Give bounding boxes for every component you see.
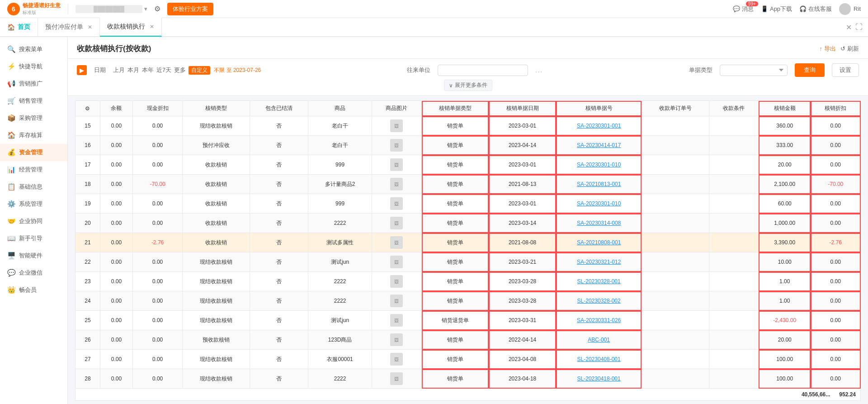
tab-prepay-close[interactable]: ✕ [88, 24, 92, 30]
filter-expand-arrow[interactable]: ▶ [77, 65, 87, 75]
user-name: Rit [854, 5, 861, 12]
avatar [839, 3, 851, 15]
receipt-type-select[interactable] [720, 65, 788, 76]
cell-invoice-no[interactable]: SL-20230408-001 [556, 350, 642, 369]
refresh-btn[interactable]: ↺ 刷新 [840, 45, 859, 53]
cell-invoice-no[interactable]: SL-20230418-001 [556, 369, 642, 389]
cell-writeoff-discount: 0.00 [811, 350, 860, 369]
cell-writeoff-type: 收款核销 [183, 233, 250, 252]
sidebar-label-marketing: 营销推广 [19, 80, 42, 88]
cell-invoice-no[interactable]: SL-20230328-001 [556, 272, 642, 291]
date-opt-more[interactable]: 更多 [174, 66, 186, 74]
cell-include-closed: 否 [250, 330, 308, 350]
settings-icon[interactable]: ⚙ [151, 3, 164, 15]
sidebar-item-inventory[interactable]: 🏠 库存核算 [0, 127, 67, 144]
cell-invoice-no[interactable]: SA-20230301-010 [556, 155, 642, 175]
cell-invoice-no[interactable]: SA-20230314-008 [556, 214, 642, 233]
table-row: 20 0.00 0.00 收款核销 否 2222 🖼 销货单 2023-03-1… [75, 214, 861, 233]
sidebar-item-guide[interactable]: 📖 新手引导 [0, 230, 67, 247]
app-download-btn[interactable]: 📱 App下载 [761, 5, 792, 13]
cell-writeoff-type: 现结收款核销 [183, 369, 250, 389]
tab-prepay[interactable]: 预付冲应付单 ✕ [38, 18, 100, 37]
guide-icon: 📖 [7, 234, 15, 242]
cell-invoice-no[interactable]: SA-20210813-001 [556, 175, 642, 194]
sidebar-item-enterprise[interactable]: 🤝 企业协同 [0, 213, 67, 230]
date-opt-custom[interactable]: 自定义 [189, 66, 210, 75]
sidebar-item-system[interactable]: ⚙️ 系统管理 [0, 195, 67, 213]
sidebar-label-inventory: 库存核算 [19, 131, 42, 139]
sidebar-item-search[interactable]: 🔍 搜索菜单 [0, 41, 67, 58]
cell-writeoff-discount: 0.00 [811, 155, 860, 175]
cell-invoice-no[interactable]: SA-20230331-026 [556, 311, 642, 330]
date-opt-this-month[interactable]: 本月 [127, 66, 139, 74]
message-btn[interactable]: 💬 消息 99+ [733, 5, 754, 13]
sidebar-item-quicknav[interactable]: ⚡ 快捷导航 [0, 58, 67, 75]
user-info[interactable]: Rit [839, 3, 861, 15]
cell-seq: 23 [75, 272, 100, 291]
col-product-img: 商品图片 [372, 101, 421, 116]
cell-invoice-date: 2023-03-21 [489, 252, 556, 272]
online-service-btn[interactable]: 🎧 在线客服 [799, 5, 832, 13]
col-invoice-date: 核销单据日期 [489, 101, 556, 116]
sidebar-label-system: 系统管理 [19, 200, 42, 208]
date-opt-7days[interactable]: 近7天 [156, 66, 171, 74]
col-settings[interactable]: ⚙ [75, 101, 100, 116]
cell-invoice-no[interactable]: SA-20230414-017 [556, 136, 642, 155]
date-opt-last-month[interactable]: 上月 [113, 66, 125, 74]
sidebar-item-purchase[interactable]: 📦 采购管理 [0, 109, 67, 127]
export-btn[interactable]: ↑ 导出 [820, 45, 836, 53]
cell-invoice-no[interactable]: SA-20210808-001 [556, 233, 642, 252]
tab-bar: 🏠 首页 预付冲应付单 ✕ 收款核销执行 ✕ ✕ ⛶ [0, 18, 868, 37]
cell-invoice-date: 2023-03-28 [489, 272, 556, 291]
industry-btn[interactable]: 体验行业方案 [167, 3, 213, 15]
query-btn[interactable]: 查询 [795, 63, 825, 77]
cell-invoice-no[interactable]: SA-20230301-010 [556, 194, 642, 214]
table-wrapper[interactable]: ⚙ 余额 现金折扣 核销类型 包含已结清 商品 商品图片 核销单据类型 核销单据… [68, 96, 868, 404]
sidebar-item-basic[interactable]: 📋 基础信息 [0, 178, 67, 195]
counterparty-input[interactable] [438, 65, 528, 76]
tab-fullscreen-icon[interactable]: ⛶ [855, 23, 863, 31]
cell-writeoff-type: 现结收款核销 [183, 311, 250, 330]
enterprise-select[interactable]: ████████ ▾ [75, 5, 147, 13]
date-opt-this-year[interactable]: 本年 [142, 66, 154, 74]
cell-invoice-no[interactable]: SL-20230328-002 [556, 291, 642, 311]
export-icon: ↑ [820, 45, 823, 52]
cell-include-closed: 否 [250, 369, 308, 389]
tab-close-all-icon[interactable]: ✕ [846, 23, 852, 32]
cell-product: 衣服00001 [308, 350, 372, 369]
cell-payment-terms [709, 136, 759, 155]
system-icon: ⚙️ [7, 200, 15, 208]
cell-invoice-no[interactable]: SA-20230301-001 [556, 116, 642, 136]
table-row: 19 0.00 0.00 收款核销 否 999 🖼 销货单 2023-03-01… [75, 194, 861, 214]
sidebar-item-finance[interactable]: 💰 资金管理 [0, 144, 67, 161]
table-row: 25 0.00 0.00 现结收款核销 否 测试jun 🖼 销货退货单 2023… [75, 311, 861, 330]
cell-invoice-no[interactable]: SA-20230321-012 [556, 252, 642, 272]
cell-invoice-no[interactable]: ABC-001 [556, 330, 642, 350]
cell-product-img: 🖼 [372, 233, 421, 252]
sidebar-item-marketing[interactable]: 📢 营销推广 [0, 75, 67, 92]
sidebar-item-operations[interactable]: 📊 经营管理 [0, 161, 67, 178]
tab-receipt[interactable]: 收款核销执行 ✕ [100, 18, 162, 37]
cell-include-closed: 否 [250, 291, 308, 311]
cell-invoice-type: 销货单 [422, 214, 489, 233]
cell-invoice-date: 2023-03-28 [489, 291, 556, 311]
col-writeoff-type: 核销类型 [183, 101, 250, 116]
cell-seq: 15 [75, 116, 100, 136]
top-bar-right: 💬 消息 99+ 📱 App下载 🎧 在线客服 Rit [733, 3, 861, 15]
sidebar-item-hardware[interactable]: 🖥️ 智能硬件 [0, 247, 67, 264]
sidebar-item-sales[interactable]: 🛒 销售管理 [0, 92, 67, 109]
tab-home[interactable]: 🏠 首页 [0, 18, 38, 37]
filter-more-dots[interactable]: ... [535, 67, 543, 74]
sidebar-item-member[interactable]: 👑 畅会员 [0, 281, 67, 299]
cell-writeoff-discount: 0.00 [811, 369, 860, 389]
tab-receipt-close[interactable]: ✕ [150, 24, 154, 30]
settings-btn[interactable]: 设置 [832, 63, 859, 77]
sidebar-item-wechat[interactable]: 💬 企业微信 [0, 264, 67, 281]
expand-conditions-btn[interactable]: ∨ 展开更多条件 [444, 80, 492, 91]
sidebar-label-member: 畅会员 [19, 286, 37, 294]
cell-invoice-date: 2023-03-01 [489, 116, 556, 136]
cell-writeoff-type: 收款核销 [183, 194, 250, 214]
cell-balance: 0.00 [100, 330, 132, 350]
cell-writeoff-amount: 360.00 [759, 116, 811, 136]
quicknav-icon: ⚡ [7, 62, 15, 71]
